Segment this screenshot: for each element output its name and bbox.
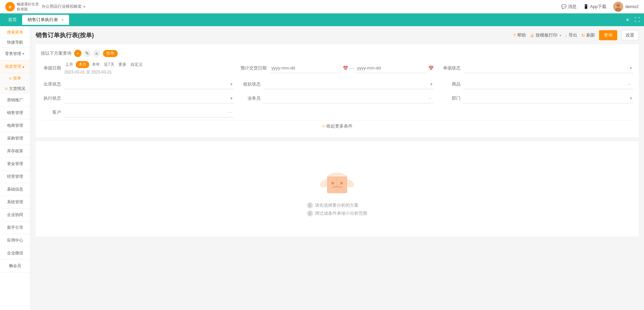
- print-arrow-icon[interactable]: ▾: [559, 34, 561, 37]
- sidebar-item-basic[interactable]: 基础信息: [0, 183, 30, 196]
- sidebar-item-inventory[interactable]: 库存核算: [0, 145, 30, 158]
- scheme-edit-button[interactable]: ✎: [84, 50, 91, 57]
- date-more-button[interactable]: 更多: [117, 61, 128, 68]
- sidebar-search[interactable]: 搜索菜单: [0, 26, 30, 38]
- tab-fullscreen-icon[interactable]: ⛶: [633, 15, 641, 24]
- collapse-more-button[interactable]: ∧ 收起更多条件: [41, 120, 633, 132]
- salesperson-more-button[interactable]: ···: [426, 96, 434, 101]
- tab-home[interactable]: 首页: [3, 15, 22, 25]
- tab-expand-area: × ⛶: [624, 15, 641, 25]
- sidebar-subitem-order[interactable]: ⊙ 按单: [0, 73, 30, 84]
- filter-field-goods: 商品 ···: [440, 79, 633, 89]
- salesperson-text-input[interactable]: [263, 93, 426, 103]
- empty-illustration: [317, 161, 357, 198]
- sidebar-item-member[interactable]: 畅会员: [0, 260, 30, 272]
- export-icon: ↓: [565, 33, 568, 38]
- customer-more-button[interactable]: ···: [226, 110, 234, 115]
- sidebar-item-system[interactable]: 系统管理: [0, 196, 30, 209]
- message-nav-item[interactable]: 💬 消息: [561, 4, 577, 10]
- page-title-bar: 销售订单执行表(按单) ? 帮助 🖨 按模板打印 ▾ ↓ 导出: [36, 30, 639, 40]
- sidebar-item-purchase[interactable]: 采购管理: [0, 132, 30, 145]
- filter-field-ship-status: 出库状态 ▾: [41, 79, 234, 89]
- user-nav-item[interactable]: demo2: [613, 2, 639, 12]
- filter-row-4: 客户 ···: [41, 107, 633, 117]
- filter-field-payment-status: 收款状态 ▾: [240, 79, 433, 89]
- expected-date-inputs: 📅 — 📅: [269, 63, 433, 73]
- empty-hint-1: 1 请先选择要分析的方案: [307, 202, 367, 208]
- filter-field-date: 单据日期 上月 本月 本年 近7天 更多 自定义 2023-03-01 至 20…: [41, 61, 234, 75]
- settings-button[interactable]: 设置: [621, 30, 639, 40]
- scheme-collapse-button[interactable]: «: [93, 50, 100, 57]
- scheme-actions: + ✎ «: [74, 50, 100, 57]
- refresh-button[interactable]: ↻ 刷新: [581, 32, 595, 38]
- ship-status-arrow-icon: ▾: [230, 82, 232, 87]
- filter-field-dept: 部门 ▾: [440, 93, 633, 103]
- date-last7-button[interactable]: 近7天: [103, 61, 116, 68]
- goods-more-button[interactable]: ···: [626, 82, 633, 87]
- expected-date-start-input[interactable]: [269, 63, 341, 73]
- sidebar-subitem-receivable[interactable]: ⊙ 欠货情况: [0, 84, 30, 94]
- export-button[interactable]: ↓ 导出: [565, 32, 578, 38]
- svg-point-4: [615, 8, 621, 12]
- salesperson-input: ···: [263, 93, 433, 103]
- retail-arrow-icon: ▼: [22, 52, 25, 56]
- main-layout: 搜索菜单 快捷导航 零售管理 ▼ 批发管理 ▲ ⊙ 按单 ⊙ 欠货情况 营销推广…: [0, 26, 644, 310]
- query-button[interactable]: 查询: [599, 30, 617, 40]
- goods-text-input[interactable]: [463, 79, 626, 89]
- page-title: 销售订单执行表(按单): [36, 31, 94, 39]
- help-icon: ?: [513, 33, 516, 38]
- print-button[interactable]: 🖨 按模板打印 ▾: [530, 32, 561, 38]
- tab-close-icon[interactable]: ×: [61, 17, 64, 22]
- help-button[interactable]: ? 帮助: [513, 32, 526, 38]
- customer-text-input[interactable]: [64, 107, 226, 117]
- exec-status-dropdown[interactable]: ▾: [64, 93, 234, 103]
- sidebar-item-retail[interactable]: 零售管理 ▼: [0, 48, 30, 60]
- date-this-month-button[interactable]: 本月: [76, 61, 89, 68]
- sidebar-item-newbie[interactable]: 新手引导: [0, 221, 30, 234]
- date-this-year-button[interactable]: 本年: [91, 61, 101, 68]
- filter-field-customer: 客户 ···: [41, 107, 234, 117]
- exec-status-arrow-icon: ▾: [230, 96, 232, 101]
- filter-panel: 按以下方案查询 + ✎ « 按单 单据日期 上月: [36, 44, 639, 137]
- sidebar-item-appstore[interactable]: 应用中心: [0, 234, 30, 247]
- wholesale-arrow-icon: ▲: [22, 65, 25, 68]
- tab-sales-order[interactable]: 销售订单执行表 ×: [22, 15, 69, 25]
- doc-status-dropdown[interactable]: ▾: [463, 63, 633, 73]
- sidebar-item-finance[interactable]: 资金管理: [0, 158, 30, 170]
- sidebar-item-sales[interactable]: 销售管理: [0, 107, 30, 119]
- top-header: 好 畅捷通好生意 标准版 办公用品行业模拟账套 ▾ 💬 消息 📱 App下载 d…: [0, 0, 644, 13]
- ship-status-dropdown[interactable]: ▾: [64, 79, 234, 89]
- filter-field-salesperson: 业务员 ···: [240, 93, 433, 103]
- date-prev-month-button[interactable]: 上月: [64, 61, 74, 68]
- sidebar-item-marketing[interactable]: 营销推广: [0, 94, 30, 107]
- filter-field-expected-date: 预计交货日期 📅 — 📅: [240, 61, 433, 75]
- date-custom-button[interactable]: 自定义: [129, 61, 144, 68]
- breadcrumb: 办公用品行业模拟账套 ▾: [42, 4, 85, 9]
- breadcrumb-arrow-icon[interactable]: ▾: [83, 4, 85, 9]
- page-actions: ? 帮助 🖨 按模板打印 ▾ ↓ 导出 ↻ 刷新: [513, 30, 639, 40]
- tab-close-window-icon[interactable]: ×: [624, 15, 631, 25]
- payment-status-dropdown[interactable]: ▾: [263, 79, 433, 89]
- date-start-calendar-icon[interactable]: 📅: [343, 66, 348, 71]
- sidebar-item-ecommerce[interactable]: 电商管理: [0, 119, 30, 132]
- sidebar-item-enterprise[interactable]: 企业协同: [0, 209, 30, 221]
- svg-text:好: 好: [8, 5, 12, 9]
- logo-area: 好 畅捷通好生意 标准版: [5, 2, 39, 11]
- active-scheme-badge[interactable]: 按单: [103, 50, 118, 57]
- sidebar-quick-nav[interactable]: 快捷导航: [0, 38, 30, 48]
- app-download-nav-item[interactable]: 📱 App下载: [583, 4, 606, 10]
- empty-hints: 1 请先选择要分析的方案 2 用过滤条件来缩小分析范围: [307, 202, 367, 216]
- expected-date-end-input[interactable]: [355, 63, 427, 73]
- page-inner: 销售订单执行表(按单) ? 帮助 🖨 按模板打印 ▾ ↓ 导出: [30, 26, 644, 310]
- empty-svg-icon: [317, 161, 357, 198]
- dept-dropdown[interactable]: ▾: [463, 93, 633, 103]
- sidebar-item-business[interactable]: 经营管理: [0, 170, 30, 183]
- date-end-calendar-icon[interactable]: 📅: [428, 66, 434, 71]
- sidebar-item-wechat[interactable]: 企业微信: [0, 247, 30, 260]
- sidebar-item-wholesale[interactable]: 批发管理 ▲: [0, 60, 30, 73]
- filter-row-3: 执行状态 ▾ 业务员 ··· 部门: [41, 93, 633, 103]
- print-icon: 🖨: [530, 33, 534, 38]
- scheme-add-button[interactable]: +: [74, 50, 82, 57]
- empty-hint-2: 2 用过滤条件来缩小分析范围: [307, 210, 367, 216]
- sidebar: 搜索菜单 快捷导航 零售管理 ▼ 批发管理 ▲ ⊙ 按单 ⊙ 欠货情况 营销推广…: [0, 26, 30, 310]
